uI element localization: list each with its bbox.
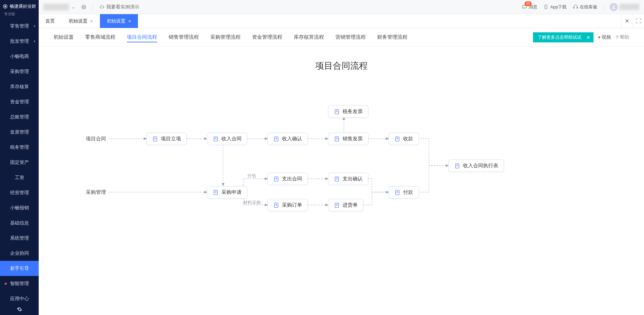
app-download-button[interactable]: App下载 [543,4,567,10]
mobile-icon [543,4,548,9]
node-purchase-request[interactable]: 采购申请 [207,186,247,199]
document-icon [152,136,158,142]
video-link[interactable]: 视频 [598,34,611,40]
node-tax-invoice[interactable]: 税务发票 [328,105,368,118]
sidebar-item-basic-info[interactable]: 基础信息 [0,215,39,231]
question-icon: ? [616,35,618,40]
subtab-inventory[interactable]: 库存核算流程 [294,29,324,45]
brand-name: 畅捷通好业财 [10,3,36,9]
subtab-marketing[interactable]: 营销管理流程 [335,29,366,45]
svg-rect-3 [545,5,547,9]
brand-icon [3,3,8,9]
node-receipt[interactable]: 收款 [389,133,419,145]
svg-rect-6 [577,7,578,8]
sidebar-item-funds[interactable]: 资金管理 [0,94,39,109]
tab-home[interactable]: 首页 [39,14,62,28]
help-tip-banner: 了解更多点击帮助试试 ✕ [532,32,594,42]
close-icon[interactable]: × [90,19,93,24]
gear-icon [17,307,22,312]
sidebar: 畅捷通好业财 专业版 零售管理 批发管理 小畅电商 采购管理 库存核算 资金管理… [0,0,39,315]
node-sales-invoice[interactable]: 销售发票 [328,133,368,145]
close-all-tabs-button[interactable]: ✕ [621,14,633,28]
sidebar-item-guide[interactable]: 新手引导 [0,261,39,276]
help-link[interactable]: ?帮助 [616,34,629,40]
document-icon [213,136,219,142]
sidebar-item-ledger[interactable]: 总账管理 [0,109,39,125]
user-menu[interactable]: xxx [610,3,640,11]
customer-service-button[interactable]: 在线客服 [573,4,597,10]
flow-canvas: 项目合同流程 项目合同 采购管理 分包 材料采购 [39,46,644,315]
node-expense-confirm[interactable]: 支出确认 [328,173,368,185]
notification-dot [5,283,7,285]
subtabs: 初始设置 零售商城流程 项目合同流程 销售管理流程 采购管理流程 资金管理流程 … [39,28,644,46]
brand-logo[interactable]: 畅捷通好业财 [0,0,39,13]
document-icon [394,189,400,196]
document-icon [273,176,279,182]
sidebar-item-inventory[interactable]: 库存核算 [0,79,39,94]
sidebar-item-fixed-assets[interactable]: 固定资产 [0,155,39,170]
subtab-project-contract[interactable]: 项目合同流程 [127,29,157,45]
sidebar-item-system[interactable]: 系统管理 [0,231,39,246]
demo-link[interactable]: 我要看实例演示 [99,4,139,10]
sidebar-item-retail[interactable]: 零售管理 [0,19,39,34]
chevron-down-icon: ⌄ [72,5,75,9]
topbar: xxxx ⌄ 我要看实例演示 65 消息 App下载 在线客服 [39,0,644,14]
document-icon [273,136,279,142]
settings-gear-icon[interactable] [81,4,86,10]
sidebar-item-invoice[interactable]: 发票管理 [0,125,39,140]
notification-dot [598,36,600,38]
sidebar-item-purchase[interactable]: 采购管理 [0,64,39,79]
message-badge: 65 [525,1,532,6]
subtab-sales[interactable]: 销售管理流程 [169,29,199,45]
document-icon [334,202,340,208]
subtab-initial[interactable]: 初始设置 [53,29,74,45]
sidebar-item-tax[interactable]: 税务管理 [0,140,39,155]
subtab-funds[interactable]: 资金管理流程 [252,29,282,45]
messages-button[interactable]: 65 消息 [522,4,537,10]
divider [603,4,604,10]
document-icon [334,176,340,182]
sidebar-item-ai-manage[interactable]: 智能管理 [0,276,39,291]
node-purchase-order[interactable]: 采购订单 [267,199,308,211]
tab-initial-settings-1[interactable]: 初始设置× [62,14,100,28]
edge-label-material: 材料采购 [243,200,261,206]
document-icon [334,109,340,115]
sidebar-item-business[interactable]: 经营管理 [0,185,39,200]
svg-point-1 [83,6,84,8]
node-income-exec-report[interactable]: 收入合同执行表 [449,160,504,172]
close-icon[interactable]: ✕ [586,35,590,40]
node-payment[interactable]: 付款 [389,186,419,199]
node-project-setup[interactable]: 项目立项 [146,133,187,145]
company-name-obscured: xxxx [43,4,69,10]
subtab-retail-mall[interactable]: 零售商城流程 [85,29,115,45]
document-icon [334,136,340,142]
edge-label-subcontract: 分包 [247,173,256,179]
sidebar-item-app-center[interactable]: 应用中心 [0,291,39,304]
subtab-finance[interactable]: 财务管理流程 [377,29,407,45]
company-selector[interactable]: xxxx ⌄ [43,4,75,10]
node-income-contract[interactable]: 收入合同 [207,133,247,145]
tabs-strip: 首页 初始设置× 初始设置× ✕ ⛶ [39,14,644,28]
sidebar-item-expense[interactable]: 小畅报销 [0,200,39,215]
close-icon[interactable]: × [128,19,131,24]
topbar-right: 65 消息 App下载 在线客服 xxx [522,3,639,11]
svg-point-7 [613,5,614,7]
node-income-confirm[interactable]: 收入确认 [267,133,308,145]
main: xxxx ⌄ 我要看实例演示 65 消息 App下载 在线客服 [39,0,644,315]
node-goods-in[interactable]: 进货单 [328,199,363,211]
brand-edition: 专业版 [0,11,39,16]
sidebar-item-salary[interactable]: 工资 [0,170,39,185]
tab-initial-settings-2[interactable]: 初始设置× [100,14,138,28]
fullscreen-button[interactable]: ⛶ [633,14,644,28]
sidebar-item-ecommerce[interactable]: 小畅电商 [0,49,39,64]
sidebar-item-enterprise[interactable]: 企业协同 [0,246,39,261]
subtab-purchase[interactable]: 采购管理流程 [210,29,241,45]
node-expense-contract[interactable]: 支出合同 [267,173,308,185]
document-icon [454,163,460,169]
sidebar-settings-button[interactable] [0,304,39,315]
document-icon [213,189,219,196]
avatar-icon [610,3,618,11]
section-label-purchase: 采购管理 [86,189,106,196]
sidebar-item-wholesale[interactable]: 批发管理 [0,34,39,49]
sidebar-items: 零售管理 批发管理 小畅电商 采购管理 库存核算 资金管理 总账管理 发票管理 … [0,19,39,304]
